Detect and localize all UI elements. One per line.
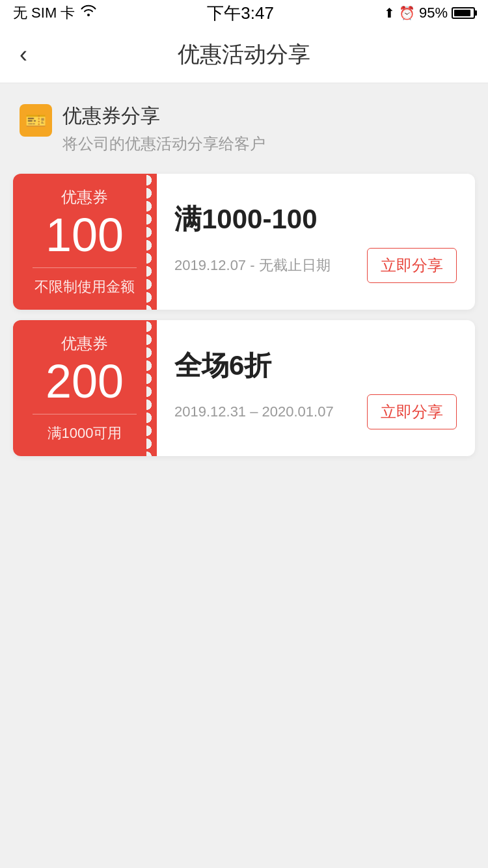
- coupon-title-2: 全场6折: [174, 347, 457, 384]
- coupon-card-1: 优惠券 100 不限制使用金额 满1000-100 2019.12.07 - 无…: [13, 174, 475, 310]
- coupon-right-1: 满1000-100 2019.12.07 - 无截止日期 立即分享: [156, 174, 475, 310]
- section-text: 优惠券分享 将公司的优惠活动分享给客户: [62, 103, 265, 154]
- back-button[interactable]: ‹: [20, 41, 27, 68]
- coupon-date-1: 2019.12.07 - 无截止日期: [174, 256, 360, 275]
- section-icon: 🎫: [20, 104, 52, 137]
- battery-icon: [452, 7, 475, 19]
- coupon-left-1: 优惠券 100 不限制使用金额: [13, 174, 156, 310]
- coupon-divider-2: [33, 414, 137, 414]
- section-subtitle: 将公司的优惠活动分享给客户: [62, 133, 265, 154]
- section-header: 🎫 优惠券分享 将公司的优惠活动分享给客户: [0, 83, 488, 167]
- page-header: ‹ 优惠活动分享: [0, 26, 488, 83]
- coupon-title-1: 满1000-100: [174, 201, 457, 237]
- status-right: ⬆ ⏰ 95%: [384, 5, 475, 21]
- coupon-list: 优惠券 100 不限制使用金额 满1000-100 2019.12.07 - 无…: [0, 167, 488, 469]
- coupon-date-2: 2019.12.31 – 2020.01.07: [174, 403, 360, 420]
- coupon-card-2: 优惠券 200 满1000可用 全场6折 2019.12.31 – 2020.0…: [13, 320, 475, 456]
- status-time: 下午3:47: [207, 2, 274, 25]
- status-left: 无 SIM 卡: [13, 3, 97, 23]
- carrier-label: 无 SIM 卡: [13, 3, 75, 23]
- share-button-1[interactable]: 立即分享: [367, 248, 457, 283]
- coupon-emoji: 🎫: [25, 111, 46, 131]
- coupon-right-2: 全场6折 2019.12.31 – 2020.01.07 立即分享: [156, 320, 475, 456]
- coupon-divider-1: [33, 267, 137, 268]
- status-bar: 无 SIM 卡 下午3:47 ⬆ ⏰ 95%: [0, 0, 488, 26]
- background-fill: [0, 469, 488, 860]
- alarm-icon: ⏰: [399, 5, 415, 21]
- coupon-label-1: 优惠券: [61, 187, 108, 208]
- coupon-amount-1: 100: [46, 211, 124, 258]
- coupon-left-2: 优惠券 200 满1000可用: [13, 320, 156, 456]
- location-icon: ⬆: [384, 5, 395, 21]
- coupon-amount-2: 200: [46, 358, 124, 405]
- wifi-icon: [80, 5, 97, 21]
- coupon-bottom-2: 2019.12.31 – 2020.01.07 立即分享: [174, 394, 457, 429]
- page-title: 优惠活动分享: [178, 40, 310, 70]
- battery-percent: 95%: [419, 5, 448, 21]
- section-title: 优惠券分享: [62, 103, 265, 129]
- coupon-label-2: 优惠券: [61, 333, 108, 354]
- coupon-condition-2: 满1000可用: [47, 424, 122, 443]
- coupon-condition-1: 不限制使用金额: [34, 277, 135, 297]
- share-button-2[interactable]: 立即分享: [367, 394, 457, 429]
- coupon-bottom-1: 2019.12.07 - 无截止日期 立即分享: [174, 248, 457, 283]
